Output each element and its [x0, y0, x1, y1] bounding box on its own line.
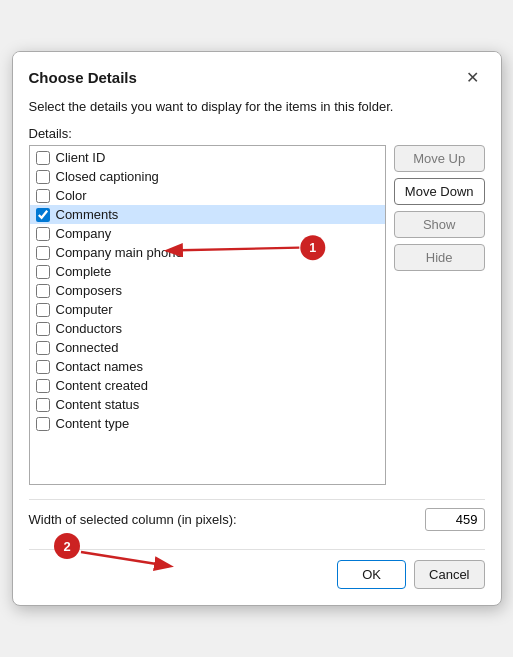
list-item[interactable]: Comments	[30, 205, 385, 224]
hide-button[interactable]: Hide	[394, 244, 485, 271]
list-item-label: Company	[56, 226, 112, 241]
list-item[interactable]: Content created	[30, 376, 385, 395]
dialog-title: Choose Details	[29, 69, 137, 86]
list-item-label: Company main phone	[56, 245, 183, 260]
title-bar: Choose Details ✕	[13, 52, 501, 98]
list-checkbox[interactable]	[36, 208, 50, 222]
width-label: Width of selected column (in pixels):	[29, 512, 237, 527]
list-item[interactable]: Client ID	[30, 148, 385, 167]
list-item-label: Content created	[56, 378, 149, 393]
close-button[interactable]: ✕	[461, 66, 485, 90]
details-list[interactable]: Client IDClosed captioningColorCommentsC…	[29, 145, 386, 485]
list-checkbox[interactable]	[36, 170, 50, 184]
bottom-row: 2 OK Cancel	[29, 549, 485, 589]
list-item[interactable]: Computer	[30, 300, 385, 319]
list-item[interactable]: Contact names	[30, 357, 385, 376]
main-row: Client IDClosed captioningColorCommentsC…	[29, 145, 485, 485]
list-item[interactable]: Composers	[30, 281, 385, 300]
ok-button[interactable]: OK	[337, 560, 406, 589]
svg-text:2: 2	[63, 539, 70, 554]
dialog-description: Select the details you want to display f…	[29, 98, 485, 116]
content-area: Client IDClosed captioningColorCommentsC…	[29, 145, 485, 485]
width-input[interactable]	[425, 508, 485, 531]
details-label: Details:	[29, 126, 485, 141]
svg-point-3	[54, 533, 80, 559]
list-checkbox[interactable]	[36, 303, 50, 317]
list-checkbox[interactable]	[36, 398, 50, 412]
list-item-label: Contact names	[56, 359, 143, 374]
list-checkbox[interactable]	[36, 284, 50, 298]
list-item[interactable]: Color	[30, 186, 385, 205]
list-item[interactable]: Content type	[30, 414, 385, 433]
list-item[interactable]: Content status	[30, 395, 385, 414]
list-checkbox[interactable]	[36, 246, 50, 260]
list-item-label: Color	[56, 188, 87, 203]
list-checkbox[interactable]	[36, 322, 50, 336]
list-item[interactable]: Complete	[30, 262, 385, 281]
list-item[interactable]: Conductors	[30, 319, 385, 338]
list-item-label: Comments	[56, 207, 119, 222]
list-item-label: Composers	[56, 283, 122, 298]
list-checkbox[interactable]	[36, 189, 50, 203]
list-item-label: Complete	[56, 264, 112, 279]
side-buttons: Move Up Move Down Show Hide	[394, 145, 485, 271]
svg-line-5	[81, 552, 169, 566]
list-checkbox[interactable]	[36, 379, 50, 393]
list-item[interactable]: Company	[30, 224, 385, 243]
choose-details-dialog: Choose Details ✕ Select the details you …	[12, 51, 502, 606]
list-checkbox[interactable]	[36, 151, 50, 165]
dialog-body: Select the details you want to display f…	[13, 98, 501, 605]
list-checkbox[interactable]	[36, 360, 50, 374]
list-item-label: Conductors	[56, 321, 122, 336]
width-row: Width of selected column (in pixels):	[29, 499, 485, 531]
list-checkbox[interactable]	[36, 417, 50, 431]
move-up-button[interactable]: Move Up	[394, 145, 485, 172]
list-item[interactable]: Closed captioning	[30, 167, 385, 186]
list-checkbox[interactable]	[36, 227, 50, 241]
list-item[interactable]: Connected	[30, 338, 385, 357]
list-item-label: Client ID	[56, 150, 106, 165]
cancel-button[interactable]: Cancel	[414, 560, 484, 589]
list-item-label: Closed captioning	[56, 169, 159, 184]
list-item-label: Computer	[56, 302, 113, 317]
list-item-label: Content status	[56, 397, 140, 412]
list-item-label: Connected	[56, 340, 119, 355]
list-checkbox[interactable]	[36, 265, 50, 279]
list-item-label: Content type	[56, 416, 130, 431]
move-down-button[interactable]: Move Down	[394, 178, 485, 205]
list-checkbox[interactable]	[36, 341, 50, 355]
list-item[interactable]: Company main phone	[30, 243, 385, 262]
show-button[interactable]: Show	[394, 211, 485, 238]
